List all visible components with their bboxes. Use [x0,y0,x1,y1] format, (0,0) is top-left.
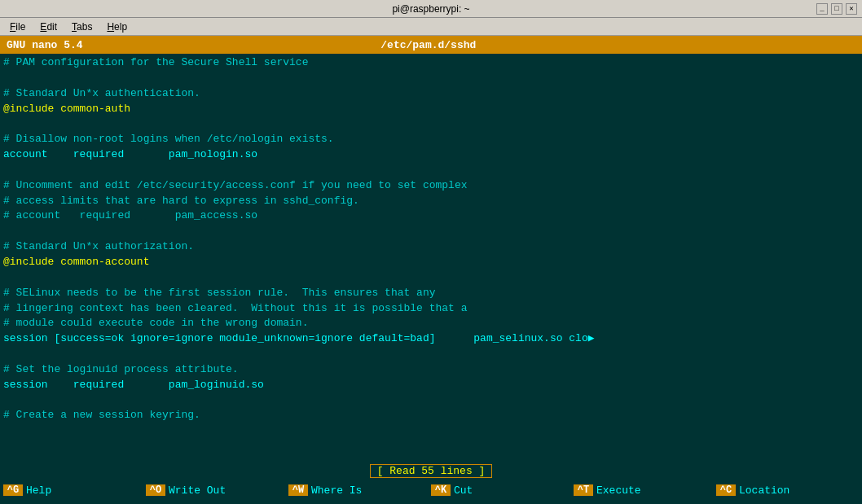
shortcut-label-location: Location [739,484,789,497]
shortcut-key-help: ^G [3,484,23,496]
editor-area[interactable]: # PAM configuration for the Secure Shell… [0,54,862,462]
line-4: @include common-auth [3,103,130,115]
maximize-button[interactable]: □ [831,3,842,15]
shortcut-location[interactable]: ^C Location [713,484,855,497]
shortcut-writeout[interactable]: ^O Write Out [143,484,285,497]
window-title: pi@raspberrypi: ~ [46,3,816,15]
shortcut-whereis[interactable]: ^W Where Is [285,484,428,497]
line-1: # PAM configuration for the Secure Shell… [3,56,308,68]
line-7: account required pam_nologin.so [3,148,257,160]
line-22: session required pam_loginuid.so [3,379,264,391]
line-19: session [success=ok ignore=ignore module… [3,332,595,344]
shortcut-row-1: ^G Help ^O Write Out ^W Where Is ^K Cut … [0,480,862,501]
line-24: # Create a new session keyring. [3,409,200,421]
shortcut-execute[interactable]: ^T Execute [570,484,713,497]
shortcut-key-writeout: ^O [146,484,165,496]
shortcut-cut[interactable]: ^K Cut [428,484,570,497]
shortcut-label-whereis: Where Is [311,484,362,497]
minimize-button[interactable]: _ [816,3,828,15]
menu-bar: File Edit Tabs Help [0,18,862,36]
menu-tabs[interactable]: Tabs [65,20,99,34]
shortcut-key-execute: ^T [574,484,593,496]
line-3: # Standard Un*x authentication. [3,87,200,99]
line-13: # Standard Un*x authorization. [3,240,194,252]
close-button[interactable]: ✕ [846,3,857,15]
line-18: # module could execute code in the wrong… [3,317,308,329]
nano-version: GNU nano 5.4 [7,39,83,51]
line-17: # lingering context has been cleared. Wi… [3,302,468,314]
shortcut-bar: ^G Help ^O Write Out ^W Where Is ^K Cut … [0,480,862,504]
line-9: # Uncomment and edit /etc/security/acces… [3,179,468,191]
shortcut-key-cut: ^K [431,484,451,496]
nano-filename: /etc/pam.d/sshd [380,39,476,51]
window-controls: _ □ ✕ [816,3,857,15]
shortcut-key-whereis: ^W [288,484,308,496]
line-21: # Set the loginuid process attribute. [3,363,239,375]
shortcut-label-writeout: Write Out [169,484,226,497]
shortcut-row-2: ^X Exit ^R Read File ^\ Replace ^U Paste… [0,501,862,504]
line-10: # access limits that are hard to express… [3,195,359,207]
shortcut-label-help: Help [26,484,51,497]
line-16: # SELinux needs to be the first session … [3,287,436,299]
shortcut-help[interactable]: ^G Help [0,484,143,497]
menu-help[interactable]: Help [100,20,134,34]
menu-file[interactable]: File [3,20,32,34]
line-14: @include common-account [3,256,149,268]
shortcut-label-execute: Execute [596,484,641,497]
shortcut-key-location: ^C [716,484,736,496]
line-11: # account required pam_access.so [3,209,257,221]
title-bar: pi@raspberrypi: ~ _ □ ✕ [0,0,862,18]
status-bar: [ Read 55 lines ] [0,462,862,480]
nano-header: GNU nano 5.4 /etc/pam.d/sshd [0,36,862,54]
read-status: [ Read 55 lines ] [370,464,493,478]
menu-edit[interactable]: Edit [33,20,64,34]
line-6: # Disallow non-root logins when /etc/nol… [3,133,334,145]
shortcut-label-cut: Cut [454,484,473,497]
